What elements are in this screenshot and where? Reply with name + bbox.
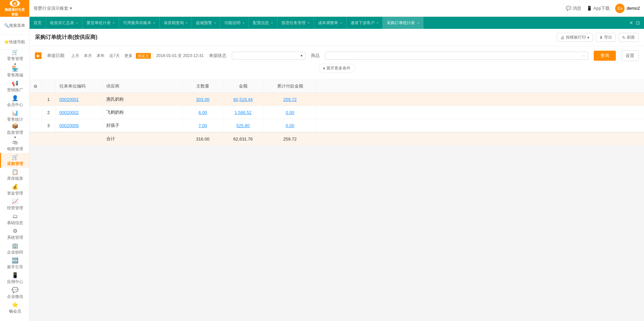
row-amount-cell[interactable]: 60,519.44 [223,93,263,106]
shortcut-more[interactable]: 更多 [123,52,134,59]
col-amount-header: 金额 [223,80,263,93]
tab-close-icon[interactable]: × [153,21,155,25]
chevron-down-icon: ▲ [13,62,17,65]
sidebar-item-marketing[interactable]: 📢 营销推广 [0,79,29,94]
tab-chengben[interactable]: 成本调整单 × [314,17,346,29]
row-amount-cell[interactable]: 525.80 [223,119,263,132]
sidebar-item-operation[interactable]: 📈 经营管理 [0,197,29,212]
sidebar-item-retail-stats[interactable]: 📊 零售统计 [0,109,29,123]
row-code-cell[interactable]: 00020001 [55,93,102,106]
tab-kucun[interactable]: 可用量库存账本 × [119,17,160,29]
settings-button[interactable]: 设置 [621,50,639,61]
page-title: 采购订单统计表(按供应商) [35,34,98,41]
quick-nav-label: 快捷导航 [9,39,25,45]
shortcut-this-year[interactable]: 本年 [95,52,106,59]
filter-collapse-button[interactable]: ▶ [35,52,42,59]
tab-shoufaqui[interactable]: 收发存汇总表 × [46,17,83,29]
sidebar-item-label: 零售商城 [7,72,23,78]
inventory-icon: 📋 [12,169,18,175]
col-supplier-header: 供应商 [102,80,183,93]
footer-settings-cell [30,132,42,146]
footer-paid-cell: 259.72 [263,132,317,146]
app-download-btn[interactable]: 📱 App下载 [587,5,610,11]
sidebar-item-wechat[interactable]: 💬 企业微信 [0,286,29,301]
tab-close-icon[interactable]: × [76,21,78,25]
enterprise-icon: 🏢 [12,243,18,249]
breadcrumb-arrow-icon[interactable]: ▾ [70,6,72,11]
sidebar-item-ecommerce[interactable]: 🛍 电商管理 [0,138,29,153]
user-profile[interactable]: Ea demo2 [615,4,640,13]
tab-maximize-icon[interactable]: ⊡ [635,20,641,25]
shortcut-this-month[interactable]: 本月 [83,52,93,59]
goods-input[interactable]: ··· [325,52,588,60]
tab-gongneng[interactable]: 功能说明 × [220,17,249,29]
export-button[interactable]: ⬇ 导出 [596,33,616,42]
sidebar-item-newbie[interactable]: 🆕 新手引导 [0,256,29,271]
row-code-cell[interactable]: 00020002 [55,106,102,119]
message-btn[interactable]: 💬 消息 [566,5,581,11]
search-menu-item[interactable]: 🔍 搜索菜单 [2,19,27,32]
filter-area: ▶ 单据日期 上月 本月 本年 近7天 更多 自定义 2016-01-01 至 … [30,46,644,80]
table-header-row: ⚙ 往来单位编码 供应商 主数量 金额 累计付款金额 [30,80,644,93]
row-amount-cell[interactable]: 1,586.52 [223,106,263,119]
tab-yaohuo[interactable]: 要货单统计表 × [83,17,119,29]
print-button[interactable]: 🖨 按模板打印 ▾ [557,33,593,42]
row-paid-cell[interactable]: 0.00 [263,119,317,132]
select-dropdown-icon: ▾ [301,53,303,58]
sidebar-item-member[interactable]: 👤 会员中心 [0,94,29,109]
refresh-button[interactable]: ↻ 刷新 [619,33,639,42]
tab-close-icon[interactable]: × [271,21,273,25]
row-paid-cell[interactable]: 0.00 [263,106,317,119]
tab-close-icon[interactable]: × [214,21,216,25]
sidebar-item-retail-shop[interactable]: 🏪 零售商城 [0,64,29,79]
tab-close-icon[interactable]: × [243,21,245,25]
tab-zhuohuo[interactable]: 拣货任务管理 × [277,17,314,29]
tab-label: 拣货任务管理 [281,20,306,26]
tab-home[interactable]: 首页 [30,17,46,29]
query-button[interactable]: 查询 [594,51,616,61]
sidebar-item-inventory[interactable]: 📋 库存核算 [0,168,29,182]
tab-yaoqing[interactable]: 邀请下游客户 × [346,17,383,29]
tab-close-icon[interactable]: × [417,21,419,25]
sidebar-item-basic[interactable]: 🗂 基础信息 [0,212,29,227]
sidebar-item-enterprise[interactable]: 🏢 企业协同 [0,242,29,256]
tab-chaochuyujing[interactable]: 超储预警 × [192,17,220,29]
sidebar-item-system[interactable]: ⚙ 系统管理 [0,227,29,242]
expand-more-button[interactable]: ▾ 展开更多条件 [319,64,355,73]
sidebar-item-app-center[interactable]: 📱 应用中心 [0,271,29,286]
username: demo2 [627,6,640,11]
sidebar-item-purchase[interactable]: 🛒 采购管理 [0,153,29,168]
row-qty-cell[interactable]: 7.00 [183,119,223,132]
custom-date-badge[interactable]: 自定义 [136,53,151,59]
tab-caigou[interactable]: 采购订单统计表 × [383,17,423,29]
row-paid-cell[interactable]: 259.72 [263,93,317,106]
tab-close-all-icon[interactable]: ✕ [628,20,635,25]
status-select[interactable]: ▾ [232,52,306,60]
sidebar-item-finance[interactable]: 💰 资金管理 [0,182,29,197]
row-qty-cell[interactable]: 303.00 [183,93,223,106]
marketing-icon: 📢 [12,80,18,87]
topbar: 母婴行业演示账套 ▾ 💬 消息 📱 App下载 Ea demo2 [30,0,644,17]
quick-nav-item[interactable]: ⭐ 快捷导航 [0,36,29,48]
shortcut-7days[interactable]: 近7天 [108,52,121,59]
data-table: ⚙ 往来单位编码 供应商 主数量 金额 累计付款金额 1 00020001 [30,80,644,146]
nav-icon: ⭐ [4,40,9,44]
sidebar-item-label: 营销推广 [7,87,23,93]
search-menu-label: 搜索菜单 [9,23,25,29]
tab-close-icon[interactable]: × [113,21,115,25]
row-empty-cell [317,93,644,106]
sidebar-item-wholesale[interactable]: 📦 批发管理 ▼ [0,123,29,138]
tab-baozhiqi[interactable]: 保质期查询 × [160,17,192,29]
tab-close-icon[interactable]: × [308,21,310,25]
row-code-cell[interactable]: 00020005 [55,119,102,132]
tab-close-icon[interactable]: × [340,21,342,25]
main-area: 母婴行业演示账套 ▾ 💬 消息 📱 App下载 Ea demo2 首页 [30,0,644,321]
sidebar-item-vip[interactable]: ⭐ 畅会员 [0,301,29,315]
sidebar-item-retail[interactable]: 🛒 零售管理 ▲ [0,50,29,64]
gear-icon[interactable]: ⚙ [34,84,38,89]
shortcut-last-month[interactable]: 上月 [70,52,80,59]
row-qty-cell[interactable]: 6.00 [183,106,223,119]
tab-close-icon[interactable]: × [186,21,188,25]
tab-close-icon[interactable]: × [377,21,379,25]
tab-peizhi[interactable]: 配置信息 × [249,17,277,29]
